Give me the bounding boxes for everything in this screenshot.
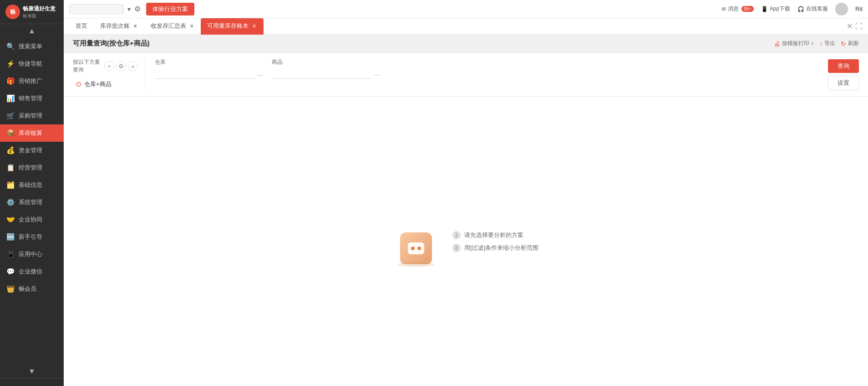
tabs-close-btn[interactable]: ✕ (847, 22, 853, 31)
filter-warehouse-input-row: ... (155, 68, 263, 79)
sidebar-scroll-down[interactable]: ▼ (0, 365, 64, 378)
tab-receive-summary[interactable]: 收发存汇总表 × (144, 18, 201, 35)
sidebar-label-shortcut: 快捷导航 (19, 60, 42, 68)
sidebar-item-shortcut[interactable]: ⚡快捷导航 (0, 55, 64, 72)
tabs-expand-btn[interactable]: ⛶ (855, 22, 863, 31)
customer-service-item[interactable]: 🎧 在线客服 (797, 5, 828, 13)
empty-robot-illustration (393, 219, 439, 264)
refresh-icon: ↻ (841, 40, 846, 47)
scheme-icons: + ⚙ « (104, 61, 138, 71)
query-scheme-title: 按以下方案查询 (73, 58, 104, 74)
sidebar-item-enterprise[interactable]: 🤝企业协同 (0, 211, 64, 228)
filter-goods-input-row: ... (272, 68, 380, 79)
export-action[interactable]: ↑ 导出 (819, 40, 835, 47)
filter-goods-input[interactable] (272, 68, 372, 79)
sidebar-menu: 🔍搜索菜单⚡快捷导航🎁营销推广📊销售管理🛒采购管理📦库存核算💰资金管理📋经营管理… (0, 38, 64, 365)
filter-warehouse: 仓库 ... (155, 58, 263, 79)
industry-solution-button[interactable]: 体验行业方案 (146, 3, 194, 15)
sidebar-label-marketing: 营销推广 (19, 77, 42, 85)
message-icon: ✉ (721, 6, 726, 12)
sidebar-item-guide[interactable]: 🆕新手引导 (0, 228, 64, 246)
tab-batch-ledger-label: 库存批次账 (100, 22, 130, 30)
robot-eye-left (411, 247, 415, 250)
sidebar-icon-wechat: 💬 (6, 268, 15, 276)
sidebar-label-member: 畅会员 (19, 285, 36, 293)
tab-batch-ledger-close[interactable]: × (132, 23, 138, 29)
user-avatar[interactable] (835, 3, 848, 15)
scheme-item-icon: ⊙ (76, 80, 81, 88)
sidebar-item-member[interactable]: 👑畅会员 (0, 280, 64, 298)
sidebar-item-purchase[interactable]: 🛒采购管理 (0, 107, 64, 124)
sidebar-label-enterprise: 企业协同 (19, 216, 42, 224)
refresh-action[interactable]: ↻ 刷新 (841, 40, 859, 47)
topbar-gear-btn[interactable]: ⚙ (134, 5, 141, 13)
sidebar-icon-search: 🔍 (6, 42, 15, 51)
tabs-bar: 首页 库存批次账 × 收发存汇总表 × 可用量库存账本 × ✕ ⛶ (64, 18, 868, 35)
topbar-search-input[interactable] (69, 4, 124, 14)
tab-available-ledger[interactable]: 可用量库存账本 × (201, 18, 263, 35)
sidebar-icon-operations: 📋 (6, 164, 15, 172)
query-button[interactable]: 查询 (828, 59, 859, 73)
sidebar-label-purchase: 采购管理 (19, 112, 42, 120)
app-download-item[interactable]: 📱 App下载 (761, 5, 790, 13)
print-template-action[interactable]: 🖨 按模板打印 ▾ (774, 40, 814, 47)
robot-face (408, 242, 424, 254)
scheme-settings-btn[interactable]: ⚙ (116, 61, 126, 71)
app-download-label: App下载 (770, 5, 790, 13)
filter-goods-dots[interactable]: ... (374, 69, 380, 77)
sidebar-scroll-up[interactable]: ▲ (0, 24, 64, 38)
scheme-add-btn[interactable]: + (104, 61, 114, 71)
tab-receive-summary-close[interactable]: × (189, 23, 194, 29)
filter-warehouse-dots[interactable]: ... (257, 69, 263, 77)
tab-home[interactable]: 首页 (69, 18, 94, 35)
settings-button[interactable]: 设置 (828, 76, 859, 90)
sidebar-item-sales[interactable]: 📊销售管理 (0, 90, 64, 107)
export-icon: ↑ (819, 40, 822, 47)
sidebar-icon-system: ⚙️ (6, 198, 15, 206)
empty-hint-2: 2 用[过滤]条件来缩小分析范围 (452, 244, 538, 252)
filter-goods-label: 商品 (272, 58, 380, 66)
sidebar-label-sales: 销售管理 (19, 94, 42, 103)
topbar-dropdown-btn[interactable]: ▾ (127, 5, 131, 13)
sidebar-bottom (0, 378, 64, 386)
print-dropdown-icon: ▾ (811, 41, 814, 46)
headset-icon: 🎧 (797, 6, 804, 12)
sidebar-item-inventory[interactable]: 📦库存核算 (0, 124, 64, 142)
scheme-item-label: 仓库+商品 (84, 80, 112, 88)
sidebar-item-operations[interactable]: 📋经营管理 (0, 159, 64, 176)
settings-icon: ⚙ (118, 63, 124, 70)
filter-warehouse-input[interactable] (155, 68, 255, 79)
sidebar-item-finance[interactable]: 💰资金管理 (0, 142, 64, 159)
print-icon: 🖨 (774, 40, 780, 47)
empty-text: 1 请先选择要分析的方案 2 用[过滤]条件来缩小分析范围 (452, 231, 538, 252)
empty-hint-1-text: 请先选择要分析的方案 (464, 231, 523, 239)
empty-hint-2-text: 用[过滤]条件来缩小分析范围 (464, 244, 538, 252)
sidebar-item-search[interactable]: 🔍搜索菜单 (0, 38, 64, 55)
sidebar-title-block: 畅康通好生意 标准版 (23, 5, 56, 19)
scheme-collapse-btn[interactable]: « (128, 61, 138, 71)
tab-available-ledger-close[interactable]: × (251, 23, 257, 29)
topbar-right: ✉ 消息 99+ 📱 App下载 🎧 在线客服 Rit (721, 3, 863, 15)
query-scheme-header: 按以下方案查询 + ⚙ « (73, 58, 138, 74)
sidebar-icon-marketing: 🎁 (6, 77, 15, 85)
collapse-icon: « (131, 63, 134, 70)
sidebar-label-finance: 资金管理 (19, 146, 42, 154)
query-filters: 仓库 ... 商品 ... (155, 58, 819, 79)
refresh-label: 刷新 (848, 40, 859, 47)
scheme-item-warehouse-goods[interactable]: ⊙ 仓库+商品 (73, 77, 138, 91)
notifications-item[interactable]: ✉ 消息 99+ (721, 5, 754, 13)
sidebar-item-system[interactable]: ⚙️系统管理 (0, 194, 64, 211)
tab-batch-ledger[interactable]: 库存批次账 × (94, 18, 144, 35)
page-header: 可用量查询(按仓库+商品) 🖨 按模板打印 ▾ ↑ 导出 ↻ 刷新 (64, 35, 868, 53)
sidebar-icon-finance: 💰 (6, 146, 15, 154)
sidebar-item-basic[interactable]: 🗂️基础信息 (0, 176, 64, 194)
customer-service-label: 在线客服 (806, 5, 828, 13)
sidebar-icon-enterprise: 🤝 (6, 216, 15, 224)
empty-state: 1 请先选择要分析的方案 2 用[过滤]条件来缩小分析范围 (64, 97, 868, 386)
sidebar-item-marketing[interactable]: 🎁营销推广 (0, 72, 64, 90)
plus-icon: + (107, 63, 111, 70)
empty-hint-1: 1 请先选择要分析的方案 (452, 231, 538, 239)
sidebar-item-apps[interactable]: 📱应用中心 (0, 246, 64, 263)
sidebar-item-wechat[interactable]: 💬企业微信 (0, 263, 64, 280)
sidebar-icon-purchase: 🛒 (6, 112, 15, 120)
